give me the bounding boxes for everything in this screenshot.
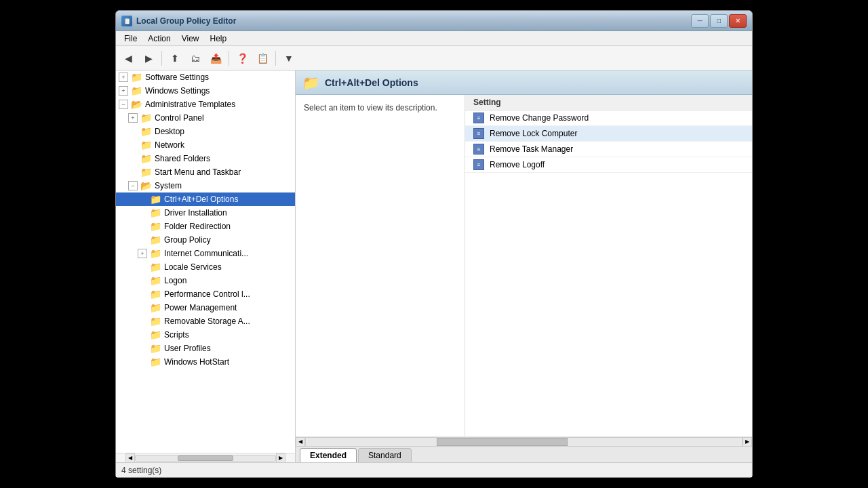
- expand-control-panel[interactable]: +: [128, 113, 138, 123]
- right-scroll-left[interactable]: ◀: [296, 437, 305, 447]
- setting-remove-change-password[interactable]: ≡ Remove Change Password: [465, 110, 752, 126]
- tab-extended[interactable]: Extended: [300, 448, 357, 462]
- setting-label-remove-lock-computer: Remove Lock Computer: [490, 129, 577, 138]
- back-button[interactable]: ◀: [119, 49, 138, 68]
- tree-item-windows-hotstart[interactable]: 📁 Windows HotStart: [116, 355, 295, 369]
- folder-icon-system: 📂: [140, 180, 152, 191]
- folder-icon-network: 📁: [140, 140, 152, 150]
- properties-button[interactable]: 📋: [253, 49, 272, 68]
- tree-label-admin-templates: Administrative Templates: [145, 100, 235, 109]
- setting-remove-task-manager[interactable]: ≡ Remove Task Manager: [465, 142, 752, 157]
- filter-button[interactable]: ▼: [279, 49, 298, 68]
- right-scroll-thumb: [437, 438, 568, 446]
- folder-icon-locale-services: 📁: [150, 262, 161, 272]
- tree-horizontal-scrollbar[interactable]: ◀ ▶: [116, 453, 295, 462]
- settings-column-header: Setting: [465, 95, 752, 110]
- tree-label-windows-settings: Windows Settings: [145, 86, 210, 96]
- tree-item-perf-control[interactable]: 📁 Performance Control l...: [116, 287, 295, 301]
- tree-label-removable-storage: Removable Storage A...: [164, 317, 250, 326]
- folder-icon-power-mgmt: 📁: [150, 302, 161, 313]
- up-button[interactable]: ⬆: [165, 49, 184, 68]
- tree-item-software-settings[interactable]: + 📁 Software Settings: [116, 70, 295, 84]
- titlebar-buttons: ─ □ ✕: [691, 14, 747, 28]
- folder-icon-internet-comm: 📁: [150, 248, 161, 259]
- expand-system[interactable]: −: [128, 181, 138, 190]
- tree-scroll-right[interactable]: ▶: [276, 453, 285, 463]
- expand-admin-templates[interactable]: −: [119, 100, 128, 109]
- setting-label-remove-task-manager: Remove Task Manager: [490, 144, 573, 154]
- right-horizontal-scrollbar[interactable]: ◀ ▶: [296, 436, 752, 446]
- expand-internet-comm[interactable]: +: [138, 249, 147, 258]
- settings-list[interactable]: ≡ Remove Change Password ≡ Remove Lock C…: [465, 110, 752, 436]
- tree-label-ctrl-alt-del: Ctrl+Alt+Del Options: [164, 195, 238, 204]
- tree-label-power-mgmt: Power Management: [164, 303, 237, 312]
- tree-item-windows-settings[interactable]: + 📁 Windows Settings: [116, 84, 295, 98]
- tree-scroll[interactable]: + 📁 Software Settings + 📁 Windows Settin…: [116, 70, 295, 453]
- folder-icon-driver-install: 📁: [150, 207, 161, 218]
- toolbar-separator-1: [161, 51, 162, 66]
- tree-item-user-profiles[interactable]: 📁 User Profiles: [116, 342, 295, 355]
- tree-item-removable-storage[interactable]: 📁 Removable Storage A...: [116, 314, 295, 328]
- folder-icon-control-panel: 📁: [140, 113, 152, 123]
- tree-item-scripts[interactable]: 📁 Scripts: [116, 328, 295, 342]
- tree-item-power-mgmt[interactable]: 📁 Power Management: [116, 301, 295, 314]
- right-scroll-right[interactable]: ▶: [743, 437, 752, 447]
- main-content: + 📁 Software Settings + 📁 Windows Settin…: [116, 70, 752, 462]
- tree-item-system[interactable]: − 📂 System: [116, 179, 295, 192]
- tree-scroll-track[interactable]: [135, 455, 276, 462]
- tree-item-control-panel[interactable]: + 📁 Control Panel: [116, 111, 295, 125]
- tree-item-start-menu[interactable]: 📁 Start Menu and Taskbar: [116, 165, 295, 179]
- description-panel: Select an item to view its description.: [296, 95, 465, 436]
- tree-item-admin-templates[interactable]: − 📂 Administrative Templates: [116, 98, 295, 111]
- right-body: Select an item to view its description. …: [296, 95, 752, 436]
- help-button[interactable]: ❓: [233, 49, 252, 68]
- folder-icon-logon: 📁: [150, 275, 161, 286]
- tree-label-group-policy: Group Policy: [164, 235, 211, 245]
- tree-item-logon[interactable]: 📁 Logon: [116, 274, 295, 287]
- right-header-title: Ctrl+Alt+Del Options: [325, 77, 418, 88]
- menu-file[interactable]: File: [119, 33, 142, 45]
- tree-item-network[interactable]: 📁 Network: [116, 138, 295, 152]
- setting-remove-lock-computer[interactable]: ≡ Remove Lock Computer: [465, 126, 752, 142]
- folder-icon-desktop: 📁: [140, 126, 152, 137]
- menu-action[interactable]: Action: [142, 33, 176, 45]
- tree-label-system: System: [155, 181, 182, 190]
- titlebar-left: 📋 Local Group Policy Editor: [121, 16, 236, 26]
- tree-item-folder-redirect[interactable]: 📁 Folder Redirection: [116, 220, 295, 233]
- expand-software-settings[interactable]: +: [119, 73, 128, 82]
- tree-item-driver-install[interactable]: 📁 Driver Installation: [116, 206, 295, 220]
- right-header: 📁 Ctrl+Alt+Del Options: [296, 70, 752, 95]
- tree-item-internet-comm[interactable]: + 📁 Internet Communicati...: [116, 247, 295, 260]
- tree-panel: + 📁 Software Settings + 📁 Windows Settin…: [116, 70, 296, 462]
- tree-item-locale-services[interactable]: 📁 Locale Services: [116, 260, 295, 274]
- folder-icon-start-menu: 📁: [140, 167, 152, 178]
- toolbar-separator-3: [275, 51, 276, 66]
- tree-label-user-profiles: User Profiles: [164, 344, 211, 353]
- expand-windows-settings[interactable]: +: [119, 86, 128, 96]
- settings-panel: Setting ≡ Remove Change Password ≡ Remov…: [465, 95, 752, 436]
- show-hide-button[interactable]: 🗂: [186, 49, 205, 68]
- tree-label-start-menu: Start Menu and Taskbar: [155, 167, 241, 177]
- minimize-button[interactable]: ─: [691, 14, 709, 28]
- setting-remove-logoff[interactable]: ≡ Remove Logoff: [465, 157, 752, 173]
- tree-label-logon: Logon: [164, 276, 186, 285]
- menu-help[interactable]: Help: [205, 33, 233, 45]
- tree-item-desktop[interactable]: 📁 Desktop: [116, 125, 295, 138]
- export-button[interactable]: 📤: [206, 49, 225, 68]
- tab-standard[interactable]: Standard: [358, 448, 412, 462]
- setting-label-remove-change-password: Remove Change Password: [490, 113, 589, 123]
- menu-view[interactable]: View: [176, 33, 205, 45]
- folder-icon-perf-control: 📁: [150, 289, 161, 300]
- right-scroll-track[interactable]: [305, 437, 743, 447]
- tree-item-shared-folders[interactable]: 📁 Shared Folders: [116, 152, 295, 165]
- tree-item-group-policy[interactable]: 📁 Group Policy: [116, 233, 295, 247]
- tree-label-windows-hotstart: Windows HotStart: [164, 357, 229, 367]
- tree-label-control-panel: Control Panel: [155, 113, 204, 123]
- tree-scroll-left[interactable]: ◀: [125, 453, 135, 463]
- maximize-button[interactable]: □: [710, 14, 728, 28]
- tree-item-ctrl-alt-del[interactable]: 📁 Ctrl+Alt+Del Options: [116, 192, 295, 206]
- tree-label-shared-folders: Shared Folders: [155, 154, 210, 163]
- toolbar: ◀ ▶ ⬆ 🗂 📤 ❓ 📋 ▼: [116, 46, 752, 70]
- forward-button[interactable]: ▶: [139, 49, 158, 68]
- close-button[interactable]: ✕: [729, 14, 747, 28]
